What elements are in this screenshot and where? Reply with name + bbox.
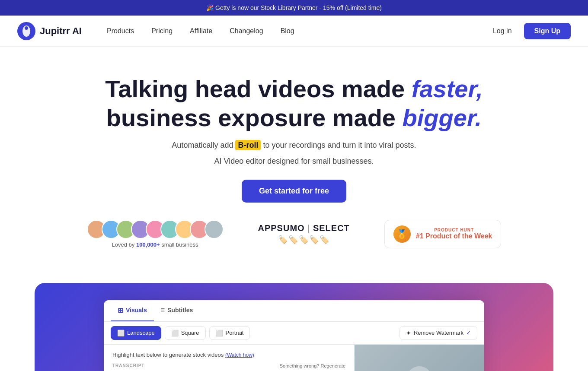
- ph-label: PRODUCT HUNT: [416, 228, 492, 232]
- hero-subtitle2: AI Video editor designed for small busin…: [9, 155, 579, 168]
- checkmark-icon: ✓: [466, 330, 471, 336]
- appsumo-emojis: 🏷️🏷️🏷️🏷️🏷️: [278, 235, 330, 244]
- loved-suffix: small business: [160, 241, 198, 248]
- portrait-button[interactable]: ⬜ Portrait: [209, 326, 250, 340]
- watch-how-link[interactable]: (Watch how): [225, 352, 254, 358]
- appsumo-badge: APPSUMO | SELECT 🏷️🏷️🏷️🏷️🏷️: [258, 223, 350, 244]
- regenerate-label[interactable]: Something wrong? Regenerate: [280, 363, 345, 368]
- avatar: [205, 220, 224, 239]
- landscape-button[interactable]: ⬜ Landscape: [111, 326, 161, 340]
- square-button[interactable]: ⬜ Square: [165, 326, 206, 340]
- nav-products[interactable]: Products: [99, 24, 142, 38]
- loved-text: Loved by 100,000+ small business: [112, 241, 198, 248]
- hero-title-part1: Talking head videos made: [105, 75, 412, 102]
- app-content: Highlight text below to generate stock v…: [104, 345, 484, 371]
- appsumo-select: SELECT: [313, 223, 350, 233]
- sun-icon: ✦: [406, 330, 411, 336]
- nav-affiliate[interactable]: Affiliate: [182, 24, 220, 38]
- subtitle-part1: Automatically add: [172, 141, 235, 149]
- top-banner: 🎉 Getty is now our Stock Library Partner…: [0, 0, 588, 16]
- navbar: Jupitrr AI Products Pricing Affiliate Ch…: [0, 16, 588, 47]
- svg-point-2: [25, 26, 28, 30]
- login-button[interactable]: Log in: [488, 24, 517, 38]
- logo-link[interactable]: Jupitrr AI: [17, 22, 82, 40]
- avatars-group: [87, 220, 224, 239]
- portrait-label: Portrait: [226, 330, 244, 336]
- app-tabs: ⊞ Visuals ≡ Subtitles: [104, 300, 484, 322]
- subtitles-icon: ≡: [161, 306, 165, 314]
- hero-title-accent1: faster,: [412, 75, 483, 102]
- ph-medal-icon: 🏅: [393, 225, 411, 243]
- broll-highlight: B-roll: [235, 140, 261, 150]
- square-label: Square: [181, 330, 199, 336]
- social-proof: Loved by 100,000+ small business APPSUMO…: [9, 220, 579, 248]
- loved-count: 100,000+: [136, 241, 160, 248]
- highlight-instruction: Highlight text below to generate stock v…: [112, 352, 345, 358]
- appsumo-pipe: |: [305, 223, 313, 233]
- visuals-icon: ⊞: [118, 306, 123, 314]
- watermark-label: Remove Watermark: [414, 330, 463, 336]
- square-icon: ⬜: [171, 330, 179, 336]
- signup-button[interactable]: Sign Up: [524, 23, 571, 39]
- screenshot-area: ⊞ Visuals ≡ Subtitles ⬜ Landscape ⬜ Squa…: [35, 283, 553, 371]
- tab-visuals[interactable]: ⊞ Visuals: [111, 300, 154, 321]
- video-thumbnail: ▶: [355, 345, 484, 371]
- app-left-panel: Highlight text below to generate stock v…: [104, 345, 355, 371]
- nav-actions: Log in Sign Up: [488, 23, 571, 39]
- tab-visuals-label: Visuals: [126, 307, 147, 314]
- nav-links: Products Pricing Affiliate Changelog Blo…: [99, 24, 488, 38]
- ph-text: PRODUCT HUNT #1 Product of the Week: [416, 228, 492, 240]
- ph-title: #1 Product of the Week: [416, 232, 492, 240]
- hero-title-accent2: bigger.: [403, 104, 482, 131]
- play-icon[interactable]: ▶: [406, 366, 432, 371]
- producthunt-badge: 🏅 PRODUCT HUNT #1 Product of the Week: [384, 220, 502, 248]
- app-toolbar: ⬜ Landscape ⬜ Square ⬜ Portrait ✦ Remove…: [104, 322, 484, 345]
- appsumo-brand: APPSUMO: [258, 223, 305, 233]
- hero-cta: Get started for free: [9, 180, 579, 203]
- avatars-section: Loved by 100,000+ small business: [87, 220, 224, 248]
- transcript-label: TRANSCRIPT: [112, 363, 144, 368]
- logo-text: Jupitrr AI: [40, 25, 82, 37]
- app-window: ⊞ Visuals ≡ Subtitles ⬜ Landscape ⬜ Squa…: [104, 300, 484, 371]
- transcript-header: TRANSCRIPT Something wrong? Regenerate: [112, 363, 345, 368]
- loved-prefix: Loved by: [112, 241, 136, 248]
- remove-watermark-button[interactable]: ✦ Remove Watermark ✓: [399, 326, 477, 340]
- hero-title-part2: business exposure made: [106, 104, 403, 131]
- get-started-button[interactable]: Get started for free: [242, 180, 346, 203]
- subtitle-part2: to your recordings and turn it into vira…: [261, 141, 416, 149]
- hero-title: Talking head videos made faster, busines…: [9, 74, 579, 132]
- logo-icon: [17, 22, 35, 40]
- tab-subtitles-label: Subtitles: [167, 307, 193, 314]
- landscape-label: Landscape: [127, 330, 155, 336]
- hero-section: Talking head videos made faster, busines…: [0, 47, 588, 266]
- portrait-icon: ⬜: [216, 330, 223, 336]
- nav-changelog[interactable]: Changelog: [222, 24, 271, 38]
- banner-text: 🎉 Getty is now our Stock Library Partner…: [206, 4, 382, 11]
- landscape-icon: ⬜: [117, 330, 125, 336]
- tab-subtitles[interactable]: ≡ Subtitles: [154, 300, 200, 321]
- appsumo-title: APPSUMO | SELECT: [258, 223, 350, 233]
- nav-blog[interactable]: Blog: [273, 24, 302, 38]
- nav-pricing[interactable]: Pricing: [144, 24, 180, 38]
- hero-subtitle1: Automatically add B-roll to your recordi…: [9, 139, 579, 152]
- app-right-panel: ▶: [355, 345, 484, 371]
